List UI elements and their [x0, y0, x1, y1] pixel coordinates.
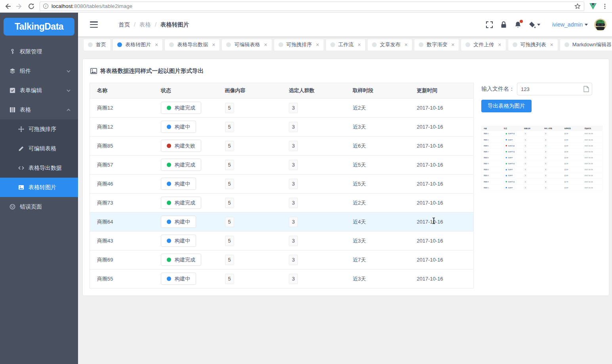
forward-icon[interactable] — [16, 3, 23, 10]
page-info-icon[interactable]: i — [43, 4, 48, 9]
table-row[interactable]: 商圈43 构建中 5 3 近3天 2017-10-16 — [90, 231, 474, 250]
table-row[interactable]: 商圈12 构建完成 5 3 近2天 2017-10-16 — [90, 99, 474, 118]
status-button[interactable]: 构建中 — [161, 121, 196, 133]
chevron-down-icon — [66, 69, 71, 74]
user-menu[interactable]: iview_admin — [552, 21, 588, 28]
table-row[interactable]: 商圈69 构建完成 5 3 近7天 2017-10-16 — [90, 250, 474, 269]
chrome-menu-icon[interactable] — [602, 3, 608, 9]
sidebar-item-label: 表格 — [20, 106, 66, 114]
tab-drag-list[interactable]: 可拖拽列表× — [508, 39, 558, 51]
logo[interactable]: TalkingData — [4, 18, 74, 36]
sidebar-toggle-button[interactable] — [90, 21, 98, 28]
bookmark-star-icon[interactable] — [574, 3, 581, 9]
table-header: 名称 状态 画像内容 选定人群数 取样时段 更新时间 — [481, 126, 602, 131]
cell-period: 近3天 — [564, 175, 568, 177]
status-button[interactable]: 构建中 — [161, 216, 196, 228]
cell-name: 商圈57 — [97, 162, 113, 168]
tab-dot-icon — [465, 42, 470, 47]
table-row[interactable]: 商圈64 构建中 5 3 近4天 2017-10-16 — [90, 212, 474, 231]
tab-close-icon[interactable]: × — [550, 42, 553, 47]
status-button[interactable]: 构建中 — [161, 273, 196, 285]
tab-close-icon[interactable]: × — [264, 42, 267, 47]
status-label: 构建中 — [175, 237, 190, 245]
table-row[interactable]: 商圈12 构建中 5 3 近3天 2017-10-16 — [90, 118, 474, 136]
status-button[interactable]: 构建完成 — [161, 102, 201, 114]
col-header-updated: 更新时间 — [410, 83, 474, 99]
sidebar-item-tables[interactable]: 表格 — [0, 100, 78, 119]
cell-period: 近6天 — [353, 143, 366, 149]
avatar[interactable] — [594, 19, 606, 31]
table-row[interactable]: 商圈57 构建完成 5 3 近5天 2017-10-16 — [90, 155, 474, 174]
cell-period: 近6天 — [564, 145, 568, 147]
status-button[interactable]: 构建失败 — [161, 140, 201, 152]
tab-close-icon[interactable]: × — [498, 42, 501, 47]
status-dot-icon — [167, 125, 171, 129]
status-button[interactable]: 构建完成 — [161, 197, 201, 209]
filename-input[interactable] — [517, 83, 592, 95]
breadcrumb-home[interactable]: 首页 — [118, 21, 130, 28]
status-button[interactable]: 构建完成 — [161, 159, 201, 171]
tab-close-icon[interactable]: × — [155, 42, 158, 47]
status-button[interactable]: 构建完成 — [161, 254, 201, 266]
cell-updated: 2017-10-16 — [585, 157, 593, 159]
people-count-tag: 3 — [289, 103, 298, 113]
sidebar-item-drag-sort[interactable]: 可拖拽排序 — [0, 119, 78, 139]
cell-updated: 2017-10-16 — [585, 187, 593, 189]
tab-dot-icon — [117, 42, 122, 47]
tab-close-icon[interactable]: × — [451, 42, 454, 47]
sidebar-item-table-to-image[interactable]: 表格转图片 — [0, 178, 78, 197]
sidebar-item-permissions[interactable]: 权限管理 — [0, 42, 78, 61]
export-table-button[interactable]: 导出表格为图片 — [481, 100, 532, 112]
table-row[interactable]: 商圈46 构建中 5 3 近5天 2017-10-16 — [90, 174, 474, 193]
tab-table-to-image[interactable]: 表格转图片× — [112, 39, 163, 51]
tab-close-icon[interactable]: × — [404, 42, 408, 47]
sidebar-item-export-data[interactable]: 表格导出数据 — [0, 158, 78, 178]
tab-close-icon[interactable]: × — [358, 42, 361, 47]
tab-file-upload[interactable]: 文件上传× — [461, 39, 506, 51]
tab-number-gradient[interactable]: 数字渐变× — [414, 39, 459, 51]
vue-devtools-icon[interactable] — [589, 3, 597, 10]
tab-markdown-editor[interactable]: Markdown编辑器× — [560, 39, 612, 51]
avatar-image — [594, 19, 606, 31]
file-icon — [583, 86, 589, 92]
back-icon[interactable] — [4, 3, 11, 10]
sidebar-item-label: 可拖拽排序 — [29, 126, 71, 133]
sidebar-item-form-edit[interactable]: 表单编辑 — [0, 81, 78, 100]
refresh-icon[interactable] — [28, 3, 35, 10]
tab-table-export-data[interactable]: 表格导出数据× — [164, 39, 220, 51]
cell-updated: 2017-10-16 — [417, 162, 443, 168]
tab-editable-table[interactable]: 可编辑表格× — [221, 39, 272, 51]
status-button[interactable]: 构建中 — [161, 178, 196, 190]
sidebar-item-label: 表格转图片 — [29, 184, 71, 191]
table-row[interactable]: 商圈85 构建失败 5 3 近6天 2017-10-16 — [90, 136, 474, 155]
status-button: 构建完成 — [504, 162, 517, 166]
cell-period: 近7天 — [353, 257, 366, 263]
people-count-tag: 3 — [289, 217, 298, 227]
breadcrumb-tables[interactable]: 表格 — [139, 21, 151, 28]
fullscreen-icon[interactable] — [486, 21, 493, 28]
tab-dot-icon — [564, 42, 569, 47]
tab-close-icon[interactable]: × — [212, 42, 215, 47]
tab-home[interactable]: 首页 — [83, 39, 111, 51]
sidebar-item-error-page[interactable]: 错误页面 — [0, 197, 78, 216]
status-button[interactable]: 构建中 — [161, 235, 196, 247]
sidebar-item-editable-table[interactable]: 可编辑表格 — [0, 139, 78, 158]
form-edit-icon — [10, 87, 15, 93]
status-button: 构建中 — [504, 138, 515, 142]
tab-drag-sort[interactable]: 可拖拽排序× — [274, 39, 324, 51]
tab-close-icon[interactable]: × — [316, 42, 319, 47]
notifications-button[interactable] — [514, 21, 522, 28]
table-row[interactable]: 商圈55 构建中 5 3 近3天 2017-10-16 — [90, 269, 474, 288]
portrait-count-tag: 5 — [225, 198, 234, 208]
sidebar-item-components[interactable]: 组件 — [0, 61, 78, 81]
table-row[interactable]: 商圈73 构建完成 5 3 近2天 2017-10-16 — [90, 193, 474, 212]
tab-dot-icon — [372, 42, 377, 47]
cell-period: 近3天 — [353, 238, 366, 244]
tab-article-publish[interactable]: 文章发布× — [367, 39, 412, 51]
cell-period: 近3天 — [564, 139, 568, 141]
theme-switch-button[interactable] — [528, 21, 540, 28]
lock-icon[interactable] — [500, 21, 507, 28]
status-dot-icon — [167, 239, 171, 243]
address-bar[interactable]: i localhost:8080/tables/table2image — [40, 2, 584, 11]
tab-workflow[interactable]: 工作流× — [326, 39, 366, 51]
